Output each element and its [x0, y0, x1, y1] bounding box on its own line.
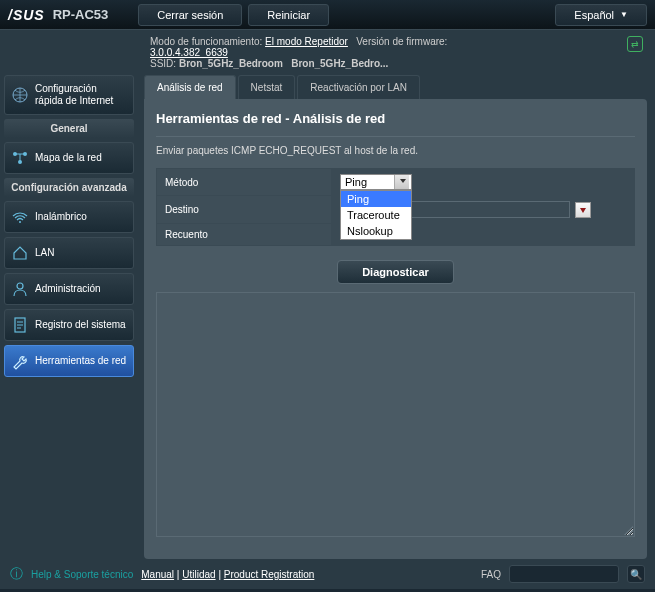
language-label: Español: [574, 9, 614, 21]
faq-link[interactable]: FAQ: [481, 569, 501, 580]
chevron-down-icon: [400, 179, 406, 183]
destination-dropdown-button[interactable]: [575, 202, 591, 218]
wrench-icon: [11, 352, 29, 370]
help-icon: ⓘ: [10, 565, 23, 583]
option-nslookup[interactable]: Nslookup: [341, 223, 411, 239]
option-traceroute[interactable]: Traceroute: [341, 207, 411, 223]
document-icon: [11, 316, 29, 334]
sidebar-item-label: Administración: [35, 283, 127, 295]
tab-network-analysis[interactable]: Análisis de red: [144, 75, 236, 99]
method-dropdown: Ping Traceroute Nslookup: [340, 190, 412, 240]
home-icon: [11, 244, 29, 262]
status-icon[interactable]: ⇄: [627, 36, 643, 52]
fw-label: Versión de firmware:: [356, 36, 447, 47]
sidebar-item-label: LAN: [35, 247, 127, 259]
svg-point-4: [19, 221, 21, 223]
output-textarea[interactable]: [156, 292, 635, 537]
search-icon[interactable]: 🔍: [627, 565, 645, 583]
diagnose-button[interactable]: Diagnosticar: [337, 260, 454, 284]
ssid-label: SSID:: [150, 58, 176, 69]
method-label: Método: [157, 169, 332, 196]
sidebar-item-label: Configuración rápida de Internet: [35, 83, 127, 107]
sidebar-administration[interactable]: Administración: [4, 273, 134, 305]
tab-netstat[interactable]: Netstat: [238, 75, 296, 99]
sidebar-advanced-header: Configuración avanzada: [4, 178, 134, 197]
ssid1: Bron_5GHz_Bedroom: [179, 58, 283, 69]
sidebar-item-label: Registro del sistema: [35, 319, 127, 331]
mode-label: Modo de funcionamiento:: [150, 36, 262, 47]
sidebar-item-label: Mapa de la red: [35, 152, 127, 164]
reboot-button[interactable]: Reiniciar: [248, 4, 329, 26]
logout-button[interactable]: Cerrar sesión: [138, 4, 242, 26]
sidebar-item-label: Inalámbrico: [35, 211, 127, 223]
sidebar-network-map[interactable]: Mapa de la red: [4, 142, 134, 174]
tab-wol[interactable]: Reactivación por LAN: [297, 75, 420, 99]
sidebar-item-label: Herramientas de red: [35, 355, 127, 367]
svg-point-5: [17, 283, 23, 289]
sidebar-lan[interactable]: LAN: [4, 237, 134, 269]
sidebar-wireless[interactable]: Inalámbrico: [4, 201, 134, 233]
wifi-icon: [11, 208, 29, 226]
method-value: Ping: [345, 176, 367, 188]
chevron-down-icon: ▼: [620, 10, 628, 19]
option-ping[interactable]: Ping: [341, 191, 411, 207]
count-label: Recuento: [157, 224, 332, 246]
sidebar-general-header: General: [4, 119, 134, 138]
method-select[interactable]: Ping: [340, 174, 412, 190]
manual-link[interactable]: Manual: [141, 569, 174, 580]
panel-title: Herramientas de red - Análisis de red: [156, 111, 635, 136]
sidebar-quick-setup[interactable]: Configuración rápida de Internet: [4, 75, 134, 115]
ssid2: Bron_5GHz_Bedro...: [291, 58, 388, 69]
panel-description: Enviar paquetes ICMP ECHO_REQUEST al hos…: [156, 145, 635, 156]
fw-link[interactable]: 3.0.0.4.382_6639: [150, 47, 228, 58]
sidebar-system-log[interactable]: Registro del sistema: [4, 309, 134, 341]
brand-logo: /SUS: [8, 7, 45, 23]
divider: [156, 136, 635, 137]
model-name: RP-AC53: [53, 7, 109, 22]
mode-link[interactable]: El modo Repetidor: [265, 36, 348, 47]
network-icon: [11, 149, 29, 167]
language-selector[interactable]: Español ▼: [555, 4, 647, 26]
user-icon: [11, 280, 29, 298]
help-link[interactable]: Help & Soporte técnico: [31, 569, 133, 580]
search-input[interactable]: [509, 565, 619, 583]
utility-link[interactable]: Utilidad: [182, 569, 215, 580]
globe-icon: [11, 86, 29, 104]
sidebar-network-tools[interactable]: Herramientas de red: [4, 345, 134, 377]
destination-label: Destino: [157, 196, 332, 224]
registration-link[interactable]: Product Registration: [224, 569, 315, 580]
